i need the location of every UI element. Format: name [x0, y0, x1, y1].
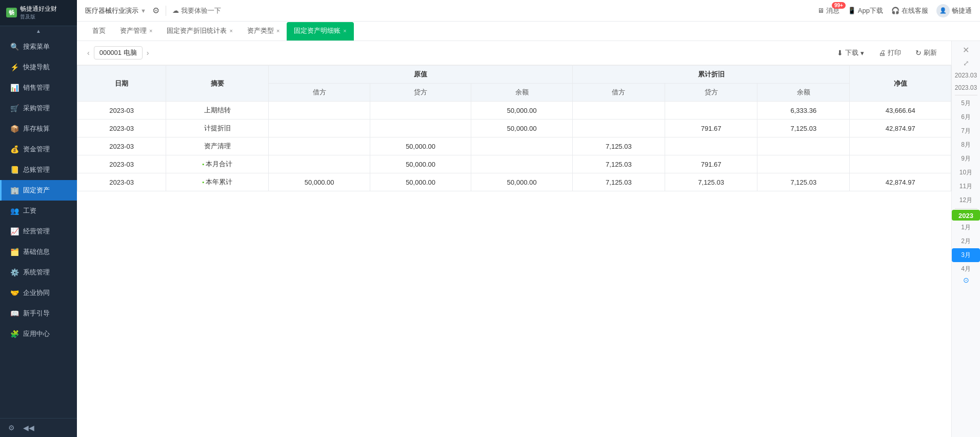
sidebar-icon-quicknav: ⚡: [10, 63, 19, 71]
row-icon: ▪: [202, 179, 204, 185]
cell-acc-balance: 7,125.03: [757, 120, 850, 137]
sidebar-scroll-up[interactable]: ▲: [0, 26, 77, 36]
app-download-label: App下载: [858, 6, 883, 15]
collapse-icon[interactable]: ◀◀: [23, 424, 34, 432]
tl-item-10[interactable]: 10月: [952, 166, 980, 180]
tab-asset-type-label: 资产类型: [247, 26, 274, 35]
settings-icon[interactable]: ⚙: [8, 424, 15, 432]
nav-actions: ⬇ 下载 ▾ 🖨 打印 ↻ 刷新: [833, 46, 941, 59]
sidebar-icon-finance: 💰: [10, 145, 19, 153]
sidebar-label-fixed: 固定资产: [23, 186, 50, 195]
sidebar-item-basic[interactable]: 🗂️基础信息: [0, 242, 77, 262]
tab-home[interactable]: 首页: [85, 22, 113, 41]
tl-item-5[interactable]: 5月: [952, 96, 980, 110]
sidebar-item-guide[interactable]: 📖新手引导: [0, 303, 77, 324]
headset-icon: 🎧: [891, 7, 899, 14]
data-table-wrap: 日期 摘要 原值 累计折旧 净值 借方 贷方 余额 借方 贷方 余额: [77, 65, 951, 437]
cell-orig-debit: [269, 137, 370, 155]
tl-item-9[interactable]: 9月: [952, 152, 980, 166]
sidebar-icon-apps: 🧩: [10, 330, 19, 338]
company-selector[interactable]: 医疗器械行业演示 ▼: [85, 6, 146, 15]
app-download-btn[interactable]: 📱 App下载: [848, 6, 883, 15]
sidebar-item-inventory[interactable]: 📦库存核算: [0, 118, 77, 139]
tl-item-2[interactable]: 2月: [952, 234, 980, 248]
sidebar-label-ledger: 总账管理: [23, 165, 50, 174]
tab-asset-mgmt[interactable]: 资产管理 ×: [113, 22, 159, 41]
tl-arrow-down[interactable]: ⊙: [963, 276, 969, 284]
tl-item-12[interactable]: 12月: [952, 193, 980, 207]
download-btn[interactable]: ⬇ 下载 ▾: [833, 46, 868, 59]
divider: [166, 6, 166, 16]
username: 畅捷通: [952, 6, 972, 15]
tl-item-top2[interactable]: 2023.03: [952, 82, 980, 94]
sidebar-icon-ledger: 📒: [10, 166, 19, 174]
sidebar-label-inventory: 库存核算: [23, 124, 50, 133]
cell-summary: 计提折旧: [166, 120, 269, 137]
row-icon: ▪: [202, 161, 204, 167]
cell-date: 2023-03: [77, 120, 166, 137]
cell-orig-debit: 50,000.00: [269, 173, 370, 191]
tl-item-6[interactable]: 6月: [952, 110, 980, 124]
tab-depreciation[interactable]: 固定资产折旧统计表 ×: [159, 22, 239, 41]
sidebar-item-sales[interactable]: 📊销售管理: [0, 77, 77, 98]
next-asset-arrow[interactable]: ›: [147, 49, 149, 57]
tl-item-top1[interactable]: 2023.03: [952, 69, 980, 82]
sidebar-item-purchase[interactable]: 🛒采购管理: [0, 98, 77, 118]
notifications-btn[interactable]: 🖥 消息 99+: [817, 6, 839, 15]
tl-item-1[interactable]: 1月: [952, 221, 980, 234]
tab-asset-detail-close[interactable]: ×: [343, 28, 346, 34]
tab-asset-detail-label: 固定资产明细账: [294, 26, 341, 35]
experience-btn[interactable]: ☁ 我要体验一下: [172, 6, 221, 15]
sidebar-label-finance: 资金管理: [23, 145, 50, 154]
tab-depreciation-label: 固定资产折旧统计表: [167, 26, 227, 35]
tl-item-7[interactable]: 7月: [952, 124, 980, 138]
sidebar-item-collab[interactable]: 🤝企业协同: [0, 283, 77, 303]
online-service-label: 在线客服: [902, 6, 928, 15]
online-service-btn[interactable]: 🎧 在线客服: [891, 6, 928, 15]
tab-asset-mgmt-close[interactable]: ×: [149, 28, 152, 34]
tl-year-2023[interactable]: 2023: [952, 210, 980, 221]
tab-depreciation-close[interactable]: ×: [229, 28, 232, 34]
cell-acc-debit: 7,125.03: [572, 173, 665, 191]
sidebar-item-business[interactable]: 📈经营管理: [0, 221, 77, 242]
sidebar-label-basic: 基础信息: [23, 247, 50, 256]
topbar-right: 🖥 消息 99+ 📱 App下载 🎧 在线客服 👤 畅捷通: [817, 4, 972, 17]
sidebar-icon-basic: 🗂️: [10, 248, 19, 256]
cell-acc-balance: 6,333.36: [757, 102, 850, 120]
tab-asset-type-close[interactable]: ×: [276, 28, 279, 34]
tab-asset-detail[interactable]: 固定资产明细账 ×: [287, 22, 353, 41]
timeline-close-icon[interactable]: ✕: [961, 43, 971, 57]
sidebar-item-ledger[interactable]: 📒总账管理: [0, 160, 77, 180]
cell-summary: 资产清理: [166, 137, 269, 155]
sidebar-item-apps[interactable]: 🧩应用中心: [0, 324, 77, 344]
cell-orig-balance: [471, 137, 572, 155]
cell-net-value: [850, 155, 951, 173]
th-orig-debit: 借方: [269, 84, 370, 102]
settings-gear-icon[interactable]: ⚙: [152, 6, 159, 15]
refresh-btn[interactable]: ↻ 刷新: [911, 46, 941, 59]
tab-asset-type[interactable]: 资产类型 ×: [240, 22, 287, 41]
company-name: 医疗器械行业演示: [85, 6, 138, 15]
cell-orig-balance: 50,000.00: [471, 173, 572, 191]
print-btn[interactable]: 🖨 打印: [874, 46, 905, 59]
sidebar-label-guide: 新手引导: [23, 309, 50, 318]
sidebar-item-fixed[interactable]: 🏢固定资产: [0, 180, 77, 201]
cell-acc-credit: 791.67: [665, 120, 757, 137]
sidebar-item-finance[interactable]: 💰资金管理: [0, 139, 77, 160]
user-profile[interactable]: 👤 畅捷通: [936, 4, 972, 17]
scroll-up-arrow[interactable]: ▲: [36, 28, 41, 34]
tl-item-4[interactable]: 4月: [952, 262, 980, 276]
tl-item-11[interactable]: 11月: [952, 180, 980, 193]
prev-asset-arrow[interactable]: ‹: [87, 49, 90, 57]
tl-item-8[interactable]: 8月: [952, 138, 980, 152]
sidebar-item-system[interactable]: ⚙️系统管理: [0, 262, 77, 283]
tl-item-3-active[interactable]: 3月: [952, 248, 980, 262]
timeline-expand-icon[interactable]: ⤢: [961, 57, 971, 69]
sidebar-menu: 🔍搜索菜单⚡快捷导航📊销售管理🛒采购管理📦库存核算💰资金管理📒总账管理🏢固定资产…: [0, 36, 77, 418]
sidebar-item-search[interactable]: 🔍搜索菜单: [0, 36, 77, 57]
sidebar-item-quicknav[interactable]: ⚡快捷导航: [0, 57, 77, 77]
cell-summary: ▪本月合计: [166, 155, 269, 173]
cell-summary: ▪本年累计: [166, 173, 269, 191]
cell-orig-credit: 50,000.00: [370, 173, 471, 191]
sidebar-item-payroll[interactable]: 👥工资: [0, 201, 77, 221]
